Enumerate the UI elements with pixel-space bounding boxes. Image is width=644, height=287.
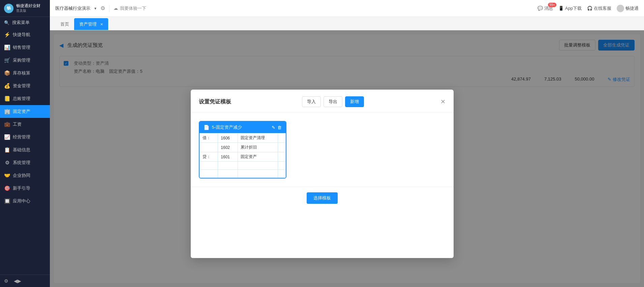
sidebar-search[interactable]: 🔍 搜索菜单 [0,17,50,28]
sidebar-item-label: 系统管理 [13,160,30,166]
topbar-divider [109,5,110,12]
tabbar: 首页 资产管理 ✕ [50,17,644,30]
template-code-1: 1606 [218,133,238,143]
sidebar-item-funds[interactable]: 💰 资金管理 [0,79,50,92]
tab-home[interactable]: 首页 [55,18,74,30]
phone-icon: 📱 [558,6,564,11]
collapse-icon[interactable]: ◀▶ [14,278,21,284]
sidebar-item-label: 应用中心 [13,198,30,204]
guide-icon: 🎯 [4,185,10,191]
template-code-5 [218,170,238,178]
new-template-button[interactable]: 新增 [345,96,364,107]
app-download-button[interactable]: 📱 App下载 [558,5,582,11]
template-delete-icon[interactable]: 🗑 [277,125,282,130]
logo-icon: 畅 [4,4,13,13]
template-extra-2 [278,143,285,152]
sidebar-item-ops[interactable]: 📈 经营管理 [0,131,50,144]
sidebar-item-guide[interactable]: 🎯 新手引导 [0,182,50,195]
headset-icon: 🎧 [587,6,592,11]
import-button[interactable]: 导入 [302,96,321,107]
experience-button[interactable]: ☁ 我要体验一下 [114,5,146,11]
sidebar-item-sales[interactable]: 📊 销售管理 [0,41,50,54]
topbar-right: 💬 消息 99+ 📱 App下载 🎧 在线客服 畅捷通 [538,5,639,12]
template-extra-3 [278,152,285,162]
sidebar-item-system[interactable]: ⚙ 系统管理 [0,156,50,169]
sidebar-item-label: 采购管理 [13,57,30,63]
template-row-5 [200,170,285,178]
tab-assets[interactable]: 资产管理 ✕ [74,18,108,30]
sidebar-footer: ⚙ ◀▶ [0,275,50,287]
corp-icon: 🤝 [4,172,10,179]
user-button[interactable]: 畅捷通 [617,5,639,12]
company-dropdown-icon[interactable]: ▾ [94,6,96,11]
template-subject-1: 固定资产清理 [238,133,278,143]
template-card: 📄 5-固定资产减少 ✎ 🗑 借： 1606 [199,121,286,179]
sidebar-item-label: 基础信息 [13,147,30,153]
sidebar-item-ledger[interactable]: 📒 总账管理 [0,92,50,105]
template-code-4 [218,162,238,170]
funds-icon: 💰 [4,83,10,89]
template-edit-icon[interactable]: ✎ [272,125,275,130]
template-code-3: 1601 [218,152,238,162]
template-card-name: 5-固定资产减少 [212,124,269,130]
template-side-1: 借： [200,133,218,143]
template-extra-1 [278,133,285,143]
tab-close-icon[interactable]: ✕ [100,22,103,26]
settings-icon[interactable]: ⚙ [100,5,105,11]
template-side-5 [200,170,218,178]
template-code-2: 1602 [218,143,238,152]
modal-footer: 选择模板 [191,187,454,209]
sidebar-logo: 畅 畅捷通好业财 普及版 [0,0,50,17]
tab-assets-label: 资产管理 [79,22,97,27]
logo-name: 畅捷通好业财 [16,3,40,9]
page-content: ◀ 生成的凭证预览 批量调整模板 全部生成凭证 ✓ 变动类型：资产清 资产名称：… [50,30,644,287]
customer-service-label: 在线客服 [594,5,611,11]
logo-sub: 普及版 [16,8,40,13]
sidebar-item-label: 销售管理 [13,44,30,51]
modal-close-button[interactable]: ✕ [440,98,446,105]
sidebar-item-label: 库存核算 [13,70,30,76]
user-avatar [617,5,624,12]
sidebar-item-label: 快捷导航 [13,32,30,38]
payroll-icon: 💼 [4,121,10,127]
modal-actions: 导入 导出 新增 [302,96,364,107]
main-area: 医疗器械行业演示 ▾ ⚙ ☁ 我要体验一下 💬 消息 99+ 📱 App下载 🎧… [50,0,644,287]
app-download-label: App下载 [565,5,582,11]
sidebar-item-purchase[interactable]: 🛒 采购管理 [0,54,50,67]
sidebar-item-label: 资金管理 [13,83,30,89]
basic-info-icon: 📋 [4,147,10,153]
sidebar-item-label: 新手引导 [13,185,30,191]
template-card-header: 📄 5-固定资产减少 ✎ 🗑 [200,122,286,133]
user-label: 畅捷通 [625,5,639,11]
fixed-assets-icon: 🏢 [4,108,10,115]
experience-label: 我要体验一下 [120,5,146,11]
message-button[interactable]: 💬 消息 99+ [538,5,553,11]
sidebar: 畅 畅捷通好业财 普及版 🔍 搜索菜单 ⚡ 快捷导航 📊 销售管理 🛒 采购管理… [0,0,50,287]
template-row-4 [200,162,285,170]
select-template-button[interactable]: 选择模板 [307,192,338,204]
template-extra-4 [278,162,285,170]
sidebar-item-label: 经营管理 [13,134,30,140]
sidebar-item-label: 工资 [13,121,22,127]
sidebar-item-fixed-assets[interactable]: 🏢 固定资产 [0,105,50,118]
template-side-4 [200,162,218,170]
sidebar-item-quick-nav[interactable]: ⚡ 快捷导航 [0,28,50,41]
sidebar-item-inventory[interactable]: 📦 库存核算 [0,67,50,79]
sidebar-item-app-center[interactable]: 🔲 应用中心 [0,195,50,208]
template-subject-3: 固定资产 [238,152,278,162]
customer-service-button[interactable]: 🎧 在线客服 [587,5,611,11]
template-row-1: 借： 1606 固定资产清理 [200,133,285,143]
sidebar-item-payroll[interactable]: 💼 工资 [0,118,50,131]
sidebar-item-label: 企业协同 [13,172,30,179]
sidebar-item-basic-info[interactable]: 📋 基础信息 [0,144,50,156]
company-name: 医疗器械行业演示 [55,5,90,11]
modal-title: 设置凭证模板 [199,98,231,105]
settings-footer-icon[interactable]: ⚙ [4,278,8,284]
export-button[interactable]: 导出 [324,96,342,107]
sidebar-item-corp[interactable]: 🤝 企业协同 [0,169,50,182]
search-icon: 🔍 [4,20,9,25]
ops-icon: 📈 [4,134,10,140]
template-side-3: 贷： [200,152,218,162]
template-table: 借： 1606 固定资产清理 1602 累计折旧 [200,133,286,178]
system-icon: ⚙ [4,160,10,166]
